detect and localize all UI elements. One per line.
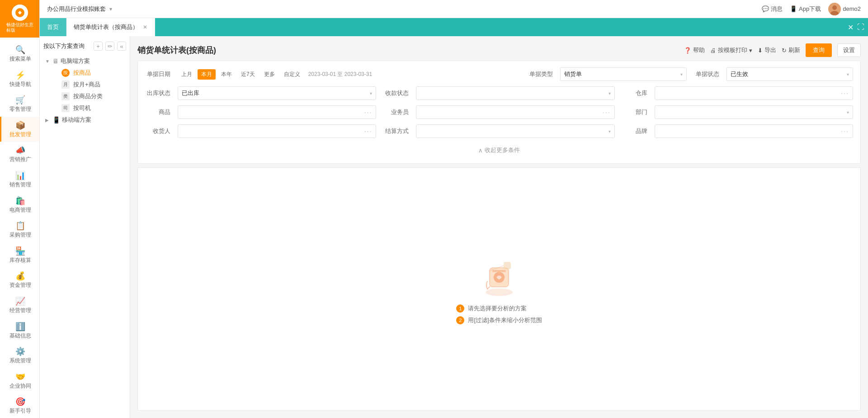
sidebar-item-finance[interactable]: 💰 资金管理 xyxy=(0,267,39,293)
settings-button[interactable]: 设置 xyxy=(837,43,861,57)
tree-item-by-goods[interactable]: 按 按商品 xyxy=(52,67,126,79)
tree-item-by-supplier[interactable]: 司 按司机 xyxy=(52,102,126,114)
export-button[interactable]: ⬇ 导出 xyxy=(758,46,776,54)
goods-label: 商品 xyxy=(145,108,170,116)
salesperson-input[interactable]: ··· xyxy=(416,105,614,119)
sidebar-item-label: 企业协同 xyxy=(9,383,31,390)
sidebar-item-retail[interactable]: 🛒 零售管理 xyxy=(0,91,39,117)
svg-point-2 xyxy=(832,5,837,10)
tab-sales-stats[interactable]: 销货单统计表（按商品） ✕ xyxy=(66,18,155,36)
svg-rect-9 xyxy=(504,262,511,269)
tree-item-by-month-goods[interactable]: 月 按月+商品 xyxy=(52,79,126,90)
user-name: demo2 xyxy=(843,5,861,12)
doc-status-label: 单据状态 xyxy=(694,70,719,78)
filter-row-3: 商品 ··· 业务员 ··· 部门 ▾ xyxy=(145,105,853,119)
maximize-icon[interactable]: ⛶ xyxy=(857,23,864,31)
operation-icon: 📈 xyxy=(15,296,25,306)
print-button[interactable]: 🖨 按模板打印 ▾ xyxy=(710,46,752,54)
sidebar-item-sales[interactable]: 📊 销售管理 xyxy=(0,167,39,192)
warehouse-more-icon: ··· xyxy=(841,90,849,97)
filter-row-1: 单据日期 上月 本月 本年 近7天 更多 自定义 2023-03-01 至 20… xyxy=(145,67,853,81)
settlement-label: 结算方式 xyxy=(383,127,409,135)
add-scheme-button[interactable]: + xyxy=(94,42,103,51)
refresh-button[interactable]: ↻ 刷新 xyxy=(782,46,800,54)
receipt-status-input[interactable]: ▾ xyxy=(416,86,614,100)
sidebar-item-label: 基础信息 xyxy=(9,332,31,340)
sidebar-item-basic[interactable]: ℹ️ 基础信息 xyxy=(0,318,39,343)
help-button[interactable]: ❓ 帮助 xyxy=(684,46,705,54)
tree-expand-icon: ▶ xyxy=(45,118,51,123)
tip-num-1: 1 xyxy=(456,304,464,313)
warehouse-input[interactable]: ··· xyxy=(655,86,853,100)
basic-icon: ℹ️ xyxy=(15,322,25,332)
logo-icon xyxy=(12,5,28,21)
empty-tip-2: 2 用[过滤]条件来缩小分析范围 xyxy=(456,316,542,324)
date-tab-current-month[interactable]: 本月 xyxy=(198,69,216,80)
brand-input[interactable]: ··· xyxy=(655,124,853,138)
tip-text-2: 用[过滤]条件来缩小分析范围 xyxy=(468,316,542,324)
scheme-tree: ▼ 🖥 电脑端方案 按 按商品 月 按月+商品 xyxy=(43,55,126,126)
settlement-input[interactable]: ▾ xyxy=(416,124,614,138)
collapse-panel-button[interactable]: « xyxy=(117,42,126,51)
receiver-more-icon: ··· xyxy=(364,128,373,135)
sidebar-item-label: 采购管理 xyxy=(9,232,31,239)
receiver-label: 收货人 xyxy=(145,127,170,135)
out-status-label: 出库状态 xyxy=(145,89,170,97)
sidebar-item-label: 资金管理 xyxy=(9,282,31,289)
empty-state: 1 请先选择要分析的方案 2 用[过滤]条件来缩小分析范围 xyxy=(137,167,861,411)
tree-group-mobile[interactable]: ▶ 📱 移动端方案 xyxy=(43,114,126,126)
tab-home[interactable]: 首页 xyxy=(40,18,66,36)
sidebar-item-quick-nav[interactable]: ⚡ 快捷导航 xyxy=(0,66,39,92)
avatar xyxy=(828,3,841,15)
edit-scheme-button[interactable]: ✏ xyxy=(105,42,114,51)
date-tab-last-month[interactable]: 上月 xyxy=(178,69,196,80)
sidebar-item-purchase[interactable]: 📋 采购管理 xyxy=(0,217,39,242)
logo-text: 畅捷信好生意 标版 xyxy=(6,22,33,33)
logo-area: 畅捷信好生意 标版 xyxy=(0,0,39,38)
sidebar-item-marketing[interactable]: 📣 营销推广 xyxy=(0,142,39,167)
out-status-input[interactable]: 已出库 ▾ xyxy=(178,86,376,100)
close-window-icon[interactable]: ✕ xyxy=(848,23,854,32)
salesperson-more-icon: ··· xyxy=(603,109,611,116)
finance-icon: 💰 xyxy=(15,271,25,281)
sidebar-item-guide[interactable]: 🎯 新手引导 xyxy=(0,393,39,418)
goods-input[interactable]: ··· xyxy=(178,105,376,119)
sidebar: 畅捷信好生意 标版 🔍 搜索菜单 ⚡ 快捷导航 🛒 零售管理 📦 批发管理 📣 … xyxy=(0,0,40,418)
date-tab-more[interactable]: 更多 xyxy=(260,69,278,80)
inventory-icon: 🏪 xyxy=(15,246,25,256)
user-menu[interactable]: demo2 xyxy=(828,3,861,15)
brand-label: 品牌 xyxy=(622,127,647,135)
refresh-icon: ↻ xyxy=(782,47,787,54)
date-tab-custom[interactable]: 自定义 xyxy=(280,69,304,80)
mobile-group-icon: 📱 xyxy=(52,116,60,124)
message-button[interactable]: 💬 消息 xyxy=(762,5,783,13)
topbar-dropdown[interactable]: ▾ xyxy=(109,6,112,12)
sidebar-item-search-menu[interactable]: 🔍 搜索菜单 xyxy=(0,41,39,66)
tree-group-pc[interactable]: ▼ 🖥 电脑端方案 xyxy=(43,55,126,67)
sidebar-item-ecommerce[interactable]: 🛍️ 电商管理 xyxy=(0,192,39,218)
sidebar-item-wholesale[interactable]: 📦 批发管理 xyxy=(0,117,39,142)
receiver-input[interactable]: ··· xyxy=(178,124,376,138)
doc-status-input[interactable]: 已生效 ▾ xyxy=(726,67,853,81)
sidebar-item-operation[interactable]: 📈 经营管理 xyxy=(0,293,39,318)
sidebar-item-inventory[interactable]: 🏪 库存核算 xyxy=(0,242,39,268)
app-download-button[interactable]: 📱 App下载 xyxy=(790,5,821,13)
department-input[interactable]: ▾ xyxy=(655,105,853,119)
topbar-right: 💬 消息 📱 App下载 demo2 xyxy=(762,3,861,15)
search-icon: 🔍 xyxy=(15,45,25,55)
sales-icon: 📊 xyxy=(15,171,25,180)
page-content: 按以下方案查询 + ✏ « ▼ 🖥 电脑端方案 按 xyxy=(40,36,868,418)
doc-status-dropdown-icon: ▾ xyxy=(847,72,849,77)
sidebar-item-system[interactable]: ⚙️ 系统管理 xyxy=(0,343,39,368)
download-icon: 📱 xyxy=(790,5,797,12)
date-tab-current-year[interactable]: 本年 xyxy=(217,69,236,80)
tip-text-1: 请先选择要分析的方案 xyxy=(468,304,527,313)
sidebar-item-enterprise[interactable]: 🤝 企业协同 xyxy=(0,368,39,394)
doc-type-dropdown-icon: ▾ xyxy=(680,72,683,77)
tree-item-by-goods-cat[interactable]: 类 按商品分类 xyxy=(52,90,126,102)
collapse-button[interactable]: ∧ 收起更多条件 xyxy=(145,143,853,157)
doc-type-input[interactable]: 销货单 ▾ xyxy=(560,67,687,81)
tab-close-icon[interactable]: ✕ xyxy=(143,24,147,30)
query-button[interactable]: 查询 xyxy=(806,43,832,57)
date-tab-7days[interactable]: 近7天 xyxy=(237,69,259,80)
